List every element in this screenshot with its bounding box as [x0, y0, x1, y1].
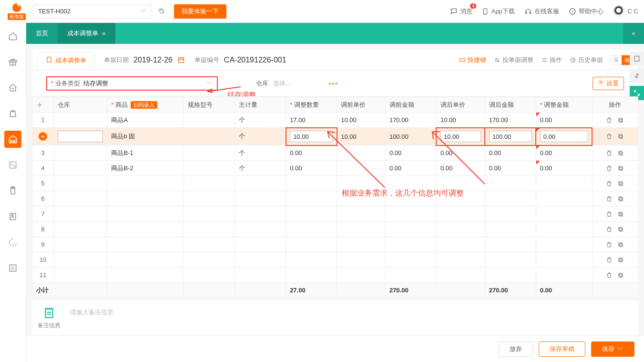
chat-icon	[450, 8, 458, 15]
delete-icon[interactable]	[606, 257, 613, 263]
col-op[interactable]: 操作	[592, 97, 638, 113]
delete-icon[interactable]	[606, 150, 613, 156]
nav-contact-icon[interactable]	[4, 208, 21, 225]
save-draft-button[interactable]: 保存草稿	[539, 341, 585, 357]
nav-new-icon[interactable]: 新	[4, 259, 21, 277]
nav-money-icon[interactable]	[4, 156, 21, 174]
history-link[interactable]: 历史单据	[570, 56, 603, 64]
doc-type-tab[interactable]: 成本调整单	[38, 52, 94, 69]
adj-qty-input[interactable]: 10.00	[290, 131, 333, 142]
gear-icon[interactable]	[158, 8, 165, 15]
dock-note-icon[interactable]	[630, 52, 644, 66]
table-row[interactable]: 3商品B-1个0.000.000.000.000.00	[32, 145, 638, 161]
col-pre-price[interactable]: 调前单价	[337, 97, 386, 113]
copy-icon[interactable]	[617, 133, 624, 140]
messages-link[interactable]: 消息 4	[450, 7, 472, 16]
nav-loading-icon[interactable]	[4, 234, 21, 251]
delete-icon[interactable]	[606, 165, 613, 172]
org-selector[interactable]: TEST-H002 ﹀	[33, 4, 152, 19]
delete-icon[interactable]	[606, 226, 613, 233]
help-center-link[interactable]: ? 帮助中心	[569, 7, 603, 16]
view-list-icon[interactable]: ☰	[611, 55, 622, 65]
table-row[interactable]: +商品b 固个10.0010.00100.0010.00100.000.00	[32, 128, 638, 145]
col-uom[interactable]: 主计量	[235, 97, 286, 113]
delete-icon[interactable]	[606, 211, 613, 217]
delete-icon[interactable]	[606, 241, 613, 248]
warehouse-input[interactable]	[58, 131, 103, 142]
user-menu[interactable]: C C	[613, 5, 638, 18]
scan-chip[interactable]: 扫码录入	[131, 101, 157, 109]
tabs-close-all[interactable]: ×	[623, 23, 644, 44]
copy-icon[interactable]	[617, 257, 624, 263]
table-row[interactable]: 6	[32, 191, 638, 207]
nav-home-icon[interactable]	[4, 28, 21, 45]
table-row[interactable]: 11	[32, 268, 638, 283]
table-row[interactable]: 5	[32, 176, 638, 191]
nav-inventory-icon[interactable]	[4, 131, 21, 148]
operations-link[interactable]: 操作	[541, 56, 562, 64]
copy-icon[interactable]	[617, 226, 624, 233]
copy-icon[interactable]	[617, 272, 624, 279]
copy-icon[interactable]	[617, 211, 624, 217]
table-row[interactable]: 10	[32, 252, 638, 268]
delete-icon[interactable]	[606, 272, 613, 279]
copy-icon[interactable]	[617, 196, 624, 202]
by-document-link[interactable]: 按单据调整	[494, 56, 533, 64]
svg-rect-29	[619, 242, 622, 245]
col-adj-qty[interactable]: *调整数量	[286, 97, 337, 113]
post-amt-input[interactable]: 100.00	[489, 131, 532, 142]
col-product[interactable]: *商品扫码录入	[107, 97, 184, 113]
svg-rect-19	[619, 166, 622, 169]
delete-icon[interactable]	[606, 180, 613, 187]
adj-amt-input[interactable]: 0.00	[540, 131, 588, 142]
calendar-icon[interactable]	[177, 56, 185, 64]
nav-bag-icon[interactable]	[4, 105, 21, 122]
delete-icon[interactable]	[606, 196, 613, 202]
tab-home[interactable]: 首页	[26, 23, 58, 44]
close-icon[interactable]: ×	[102, 30, 106, 37]
col-spec[interactable]: 规格型号	[184, 97, 235, 113]
col-warehouse[interactable]: 仓库	[53, 97, 107, 113]
tab-cost-adjustment[interactable]: 成本调整单 ×	[58, 23, 115, 44]
copy-icon[interactable]	[617, 117, 624, 124]
table-row[interactable]: 1商品A个17.0010.00170.0010.00170.000.00	[32, 113, 638, 128]
cta-button[interactable]: 我要体验一下	[174, 4, 226, 19]
table-row[interactable]: 9	[32, 237, 638, 252]
nav-transfer-icon[interactable]	[4, 79, 21, 96]
col-adj-amt[interactable]: *调整金额	[536, 97, 592, 113]
date-value[interactable]: 2019-12-26	[133, 56, 173, 64]
nav-clipboard-icon[interactable]	[4, 182, 21, 199]
copy-icon[interactable]	[617, 180, 624, 187]
nav-gift-icon[interactable]	[4, 53, 21, 71]
notepad-icon	[43, 306, 55, 320]
table-row[interactable]: 4商品B-2个0.000.000.000.000.00	[32, 161, 638, 176]
table-row[interactable]: 7	[32, 207, 638, 222]
shortcut-link[interactable]: 快捷键	[459, 56, 486, 64]
warehouse-select[interactable]: 仓库 选择...	[256, 79, 291, 88]
delete-icon[interactable]	[606, 133, 613, 140]
discard-button[interactable]: 放弃	[499, 341, 533, 357]
app-download-link[interactable]: App下载	[482, 7, 514, 16]
svg-rect-16	[620, 152, 623, 155]
business-type-select[interactable]: *业务类型 结存调整 ﹀	[46, 76, 218, 91]
add-row-icon[interactable]: +	[39, 132, 47, 141]
col-post-price[interactable]: 调后单价	[436, 97, 485, 113]
remark-input[interactable]: 请输入备注信息	[70, 306, 633, 317]
logo[interactable]: 标准版	[6, 2, 27, 20]
post-price-input[interactable]: 10.00	[440, 131, 481, 142]
svg-rect-25	[619, 212, 622, 215]
col-settings[interactable]	[32, 97, 54, 113]
customer-service-link[interactable]: 在线客服	[524, 7, 559, 16]
copy-icon[interactable]	[617, 241, 624, 248]
copy-icon[interactable]	[617, 150, 624, 156]
save-button[interactable]: 保存 ﹀	[591, 341, 634, 357]
table-row[interactable]: 8	[32, 222, 638, 237]
copy-icon[interactable]	[617, 165, 624, 172]
config-button[interactable]: 设置	[593, 77, 624, 90]
delete-icon[interactable]	[606, 117, 613, 124]
svg-rect-18	[620, 167, 623, 170]
col-pre-amt[interactable]: 调前金额	[385, 97, 436, 113]
col-post-amt[interactable]: 调后金额	[485, 97, 536, 113]
more-filter-icon[interactable]: •••	[329, 80, 338, 87]
svg-rect-23	[619, 197, 622, 199]
